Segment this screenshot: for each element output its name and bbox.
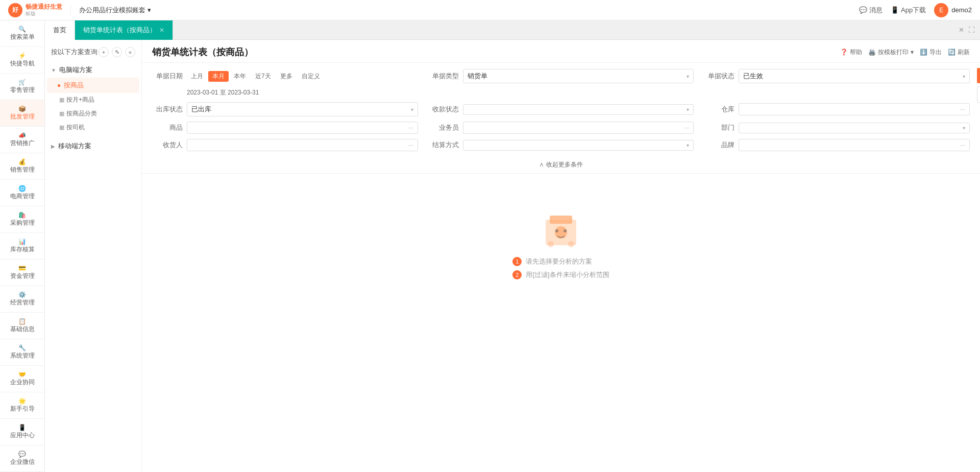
payment-status-label: 收款状态 [428, 105, 459, 114]
help-button[interactable]: ❓ 帮助 [840, 48, 862, 57]
filter-panel-title: 按以下方案查询 [51, 48, 97, 57]
export-button[interactable]: ⬇️ 导出 [920, 48, 942, 57]
close-window-icon[interactable]: ✕ [959, 26, 964, 34]
message-button[interactable]: 💬 消息 [859, 6, 883, 15]
settlement-input[interactable]: ▾ [463, 140, 694, 151]
page-title: 销货单统计表（按商品） [152, 46, 253, 58]
tab-container: 首页 销货单统计表（按商品） ✕ ✕ ⛶ 按以下方案查询 + ✎ [45, 20, 980, 472]
collab-icon: 🤝 [2, 371, 42, 378]
brand-more-icon: ··· [960, 141, 965, 149]
guide-icon: 🌟 [2, 397, 42, 405]
sidebar-item-finance[interactable]: 💳 资金管理 [0, 259, 44, 286]
date-tabs: 上月 本月 本年 近7天 更多 自定义 [187, 71, 324, 82]
sidebar-item-inventory[interactable]: 📊 库存核算 [0, 233, 44, 259]
tabs-bar: 首页 销货单统计表（按商品） ✕ ✕ ⛶ [45, 20, 980, 40]
out-status-value: 已出库 [191, 105, 211, 114]
sidebar-item-label: 销售管理 [2, 166, 42, 174]
user-area[interactable]: E demo2 [934, 3, 972, 17]
recipient-label: 收货人 [152, 140, 183, 150]
filter-item-by-goods-category[interactable]: ▦ 按商品分类 [45, 107, 141, 121]
topbar: 好 畅捷通好生意 标版 办公用品行业模拟账套 ▾ 💬 消息 📱 App下载 E … [0, 0, 980, 20]
expand-window-icon[interactable]: ⛶ [968, 26, 975, 34]
svg-point-5 [548, 241, 554, 247]
basic-icon: 📋 [2, 318, 42, 325]
sidebar-item-label: 营销推广 [2, 139, 42, 148]
main-content: 销货单统计表（按商品） ❓ 帮助 🖨️ 按模板打印 ▾ ⬇️ [142, 40, 980, 472]
brand-label: 品牌 [704, 140, 734, 150]
filter-group-pc[interactable]: ▼ 电脑端方案 [45, 62, 141, 78]
sidebar-item-enterprise-wechat[interactable]: 💬 企业微信 [0, 445, 44, 472]
sidebar-item-app-center[interactable]: 📱 应用中心 [0, 419, 44, 445]
pc-group-label: 电脑端方案 [59, 65, 92, 75]
refresh-button[interactable]: 🔄 刷新 [948, 48, 970, 57]
query-button[interactable]: 查询 [977, 68, 980, 83]
sidebar-item-system[interactable]: 🔧 系统管理 [0, 339, 44, 366]
sidebar-item-marketing[interactable]: 📣 营销推广 [0, 127, 44, 153]
sidebar-item-quick-nav[interactable]: ⚡ 快捷导航 [0, 47, 44, 74]
sidebar-item-new-guide[interactable]: 🌟 新手引导 [0, 392, 44, 419]
settings-button[interactable]: 设置 [977, 86, 980, 103]
sidebar-item-purchase[interactable]: 🛍️ 采购管理 [0, 206, 44, 233]
sidebar-item-wholesale[interactable]: 📦 批发管理 [0, 100, 44, 127]
collapse-conditions-button[interactable]: ∧ 收起更多条件 [142, 156, 980, 173]
empty-tips: 1 请先选择要分析的方案 2 用[过滤]条件来缩小分析范围 [512, 257, 609, 279]
page-title-bar: 销货单统计表（按商品） ❓ 帮助 🖨️ 按模板打印 ▾ ⬇️ [142, 40, 980, 63]
doc-type-input[interactable]: 销货单 ▾ [463, 69, 694, 83]
tab-home[interactable]: 首页 [45, 20, 75, 40]
message-label: 消息 [869, 6, 883, 15]
app-center-icon: 📱 [2, 424, 42, 431]
brand-field: 品牌 ··· [704, 139, 970, 151]
sidebar-item-operations[interactable]: ⚙️ 经营管理 [0, 286, 44, 313]
app-download-button[interactable]: 📱 App下载 [891, 6, 926, 15]
filter-area: 单据日期 上月 本月 本年 近7天 更多 自定义 [142, 63, 980, 310]
brand-input[interactable]: ··· [739, 139, 970, 151]
sidebar-item-label: 经营管理 [2, 298, 42, 307]
logo-text: 畅捷通好生意 [26, 3, 62, 10]
filter-item-by-month-goods[interactable]: ▦ 按月+商品 [45, 93, 141, 107]
filter-group-mobile[interactable]: ▶ 移动端方案 [45, 138, 141, 154]
date-tab-last-month[interactable]: 上月 [187, 71, 207, 82]
filter-item-by-goods[interactable]: ● 按商品 [47, 78, 139, 93]
date-tab-this-month[interactable]: 本月 [208, 71, 229, 82]
warehouse-input[interactable]: ··· [739, 103, 970, 115]
empty-illustration [535, 204, 586, 257]
sidebar-item-basic-info[interactable]: 📋 基础信息 [0, 313, 44, 339]
date-range-text: 2023-03-01 至 2023-03-31 [187, 89, 259, 96]
edit-scheme-button[interactable]: ✎ [112, 47, 122, 57]
title-actions: ❓ 帮助 🖨️ 按模板打印 ▾ ⬇️ 导出 � [840, 48, 970, 57]
payment-status-input[interactable]: ▾ [463, 104, 694, 115]
date-field: 单据日期 上月 本月 本年 近7天 更多 自定义 [152, 69, 418, 83]
tab-close-icon[interactable]: ✕ [159, 27, 164, 34]
purchase-icon: 🛍️ [2, 211, 42, 219]
sidebar-item-label: 快捷导航 [2, 59, 42, 68]
date-tab-custom[interactable]: 自定义 [298, 71, 324, 82]
doc-status-input[interactable]: 已生效 ▾ [739, 69, 970, 83]
add-scheme-button[interactable]: + [99, 47, 109, 57]
date-tab-this-year[interactable]: 本年 [230, 71, 250, 82]
filter-item-by-cashier[interactable]: ▦ 按司机 [45, 121, 141, 134]
goods-input[interactable]: ··· [187, 122, 418, 134]
main-layout: 🔍 搜索菜单 ⚡ 快捷导航 🛒 零售管理 📦 批发管理 📣 营销推广 💰 销售管… [0, 20, 980, 472]
app-selector[interactable]: 办公用品行业模拟账套 ▾ [79, 6, 151, 15]
settlement-dropdown-icon: ▾ [687, 143, 689, 148]
date-tab-last-7-days[interactable]: 近7天 [251, 71, 275, 82]
sidebar-item-enterprise-collab[interactable]: 🤝 企业协同 [0, 366, 44, 392]
sidebar-item-search-menu[interactable]: 🔍 搜索菜单 [0, 20, 44, 47]
warehouse-more-icon: ··· [960, 106, 965, 113]
salesperson-input[interactable]: ··· [463, 122, 694, 134]
recipient-input[interactable]: ··· [187, 139, 418, 151]
doc-status-dropdown-icon: ▾ [963, 74, 965, 79]
tab-sales-stat[interactable]: 销货单统计表（按商品） ✕ [75, 20, 173, 40]
department-dropdown-icon: ▾ [963, 125, 965, 131]
selector-dropdown-icon: ▾ [148, 6, 151, 14]
sidebar-item-sales[interactable]: 💰 销售管理 [0, 153, 44, 180]
sidebar-item-retail[interactable]: 🛒 零售管理 [0, 74, 44, 100]
department-input[interactable]: ▾ [739, 123, 970, 133]
sidebar-item-ecom[interactable]: 🌐 电商管理 [0, 180, 44, 206]
mobile-group-label: 移动端方案 [58, 141, 91, 151]
template-print-button[interactable]: 🖨️ 按模板打印 ▾ [868, 48, 914, 57]
out-status-input[interactable]: 已出库 ▾ [187, 102, 418, 116]
collapse-panel-button[interactable]: « [125, 47, 135, 57]
date-tab-more[interactable]: 更多 [276, 71, 297, 82]
system-icon: 🔧 [2, 344, 42, 351]
